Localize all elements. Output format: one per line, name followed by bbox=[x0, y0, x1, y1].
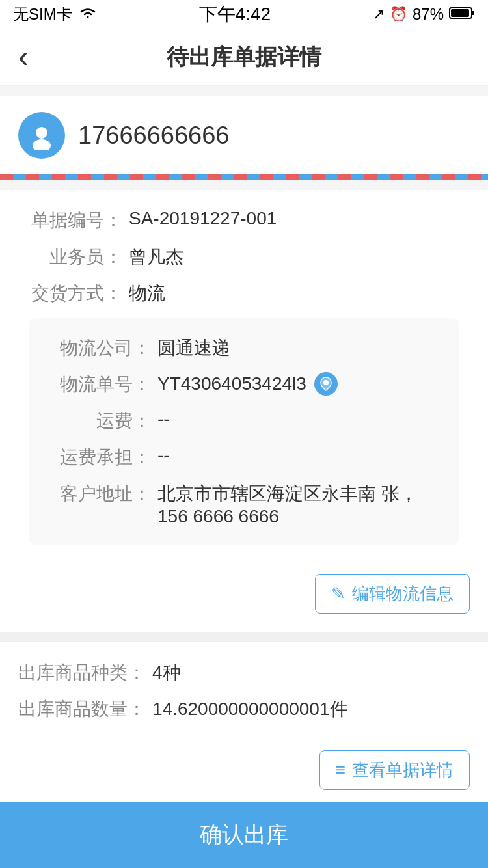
status-bar-right: ↗ ⏰ 87% bbox=[373, 5, 475, 23]
edit-logistics-area: ✎ 编辑物流信息 bbox=[0, 563, 488, 632]
alarm-icon: ⏰ bbox=[390, 6, 407, 23]
staff-row: 业务员： 曾凡杰 bbox=[18, 245, 470, 269]
goods-type-row: 出库商品种类： 4种 bbox=[18, 660, 470, 685]
carrier-label: 无SIM卡 bbox=[13, 4, 72, 25]
delivery-label: 交货方式： bbox=[18, 281, 122, 306]
wifi-icon bbox=[79, 5, 97, 23]
freight-row: 运费： -- bbox=[47, 409, 441, 433]
view-detail-button[interactable]: ≡ 查看单据详情 bbox=[319, 750, 470, 790]
avatar bbox=[18, 112, 65, 159]
logistics-tracking-row: 物流单号： YT43064053424l3 bbox=[47, 372, 441, 397]
view-detail-area: ≡ 查看单据详情 bbox=[0, 740, 488, 808]
goods-quantity-label: 出库商品数量： bbox=[18, 697, 146, 722]
order-number-row: 单据编号： SA-20191227-001 bbox=[18, 208, 470, 233]
goods-quantity-value: 14.620000000000001件 bbox=[152, 697, 470, 722]
delivery-value: 物流 bbox=[129, 281, 470, 306]
order-info-section: 单据编号： SA-20191227-001 业务员： 曾凡杰 交货方式： 物流 … bbox=[0, 190, 488, 563]
goods-type-value: 4种 bbox=[152, 660, 470, 685]
view-detail-label: 查看单据详情 bbox=[352, 759, 454, 781]
order-number-value: SA-20191227-001 bbox=[129, 208, 470, 229]
status-bar-left: 无SIM卡 bbox=[13, 4, 97, 25]
freight-label: 运费： bbox=[47, 409, 151, 433]
logistics-company-row: 物流公司： 圆通速递 bbox=[47, 336, 441, 360]
staff-label: 业务员： bbox=[18, 245, 122, 269]
svg-rect-1 bbox=[472, 11, 474, 15]
location-status-icon: ↗ bbox=[373, 6, 385, 23]
freight-bear-label: 运费承担： bbox=[47, 445, 151, 470]
svg-rect-2 bbox=[451, 9, 469, 17]
edit-logistics-button[interactable]: ✎ 编辑物流信息 bbox=[315, 574, 470, 614]
user-header: 17666666666 bbox=[0, 96, 488, 174]
edit-logistics-label: 编辑物流信息 bbox=[352, 582, 454, 605]
delivery-row: 交货方式： 物流 bbox=[18, 281, 470, 306]
order-number-label: 单据编号： bbox=[18, 208, 122, 233]
page-title: 待出库单据详情 bbox=[167, 42, 321, 72]
nav-bar: ‹ 待出库单据详情 bbox=[0, 29, 488, 86]
freight-bear-row: 运费承担： -- bbox=[47, 445, 441, 470]
battery-icon bbox=[449, 5, 475, 23]
status-bar: 无SIM卡 下午4:42 ↗ ⏰ 87% bbox=[0, 0, 488, 29]
goods-section: 出库商品种类： 4种 出库商品数量： 14.620000000000001件 bbox=[0, 642, 488, 740]
map-pin-icon[interactable] bbox=[314, 372, 338, 396]
battery-label: 87% bbox=[413, 5, 444, 23]
section-separator-1 bbox=[0, 632, 488, 642]
status-time: 下午4:42 bbox=[199, 2, 271, 27]
svg-point-3 bbox=[36, 127, 47, 139]
confirm-button-label: 确认出库 bbox=[0, 820, 488, 850]
logistics-tracking-value: YT43064053424l3 bbox=[157, 372, 441, 396]
logistics-card: 物流公司： 圆通速递 物流单号： YT43064053424l3 运费： -- bbox=[29, 318, 459, 545]
address-value: 北京市市辖区海淀区永丰南 张，156 6666 6666 bbox=[157, 481, 441, 527]
logistics-company-label: 物流公司： bbox=[47, 336, 151, 360]
logistics-company-value: 圆通速递 bbox=[157, 336, 441, 360]
confirm-button[interactable]: 确认出库 bbox=[0, 802, 488, 868]
list-icon: ≡ bbox=[336, 760, 346, 780]
freight-bear-value: -- bbox=[157, 445, 441, 466]
address-label: 客户地址： bbox=[47, 481, 151, 506]
freight-value: -- bbox=[157, 409, 441, 429]
back-button[interactable]: ‹ bbox=[18, 41, 29, 73]
dashed-divider bbox=[0, 174, 488, 180]
staff-value: 曾凡杰 bbox=[129, 245, 470, 269]
address-row: 客户地址： 北京市市辖区海淀区永丰南 张，156 6666 6666 bbox=[47, 481, 441, 527]
logistics-tracking-label: 物流单号： bbox=[47, 372, 151, 397]
user-phone: 17666666666 bbox=[78, 122, 229, 150]
svg-point-4 bbox=[33, 139, 51, 150]
edit-icon: ✎ bbox=[331, 584, 346, 604]
goods-quantity-row: 出库商品数量： 14.620000000000001件 bbox=[18, 697, 470, 722]
back-icon: ‹ bbox=[18, 39, 29, 74]
goods-type-label: 出库商品种类： bbox=[18, 660, 146, 685]
